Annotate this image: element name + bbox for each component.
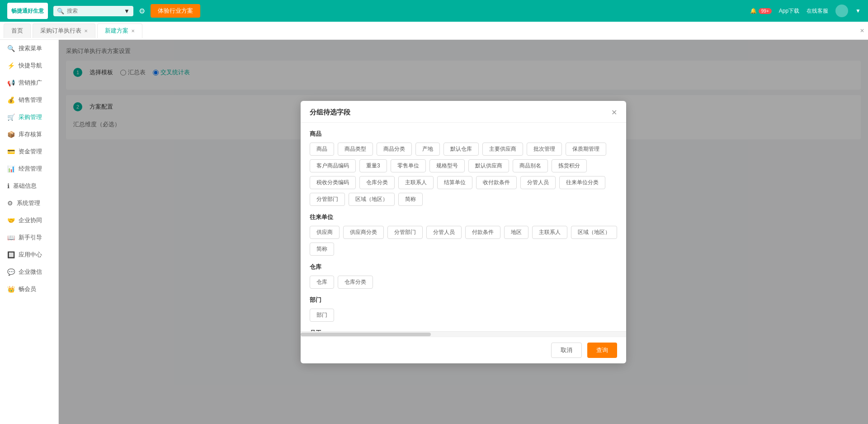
tab-new-plan[interactable]: 新建方案 ✕ (97, 24, 142, 38)
tag-department[interactable]: 部门 (310, 309, 334, 322)
sidebar: 🔍 搜索菜单 ⚡ 快捷导航 📢 营销推广 💰 销售管理 🛒 采购管理 📦 库存核… (0, 40, 59, 424)
purchase-icon: 🛒 (7, 114, 15, 121)
confirm-button[interactable]: 查询 (587, 343, 617, 358)
dropdown-icon[interactable]: ▼ (124, 8, 130, 14)
sidebar-item-marketing[interactable]: 📢 营销推广 (0, 74, 58, 91)
tag-region[interactable]: 区域（地区） (349, 193, 395, 206)
app-download[interactable]: App下载 (779, 7, 799, 15)
modal-close-btn[interactable]: ✕ (611, 108, 617, 117)
tab-new-plan-close[interactable]: ✕ (131, 29, 135, 33)
tag-payment-terms[interactable]: 收付款条件 (476, 176, 517, 189)
tab-purchase[interactable]: 采购订单执行表 ✕ (33, 24, 95, 38)
sidebar-item-sales[interactable]: 💰 销售管理 (0, 91, 58, 109)
finance-icon: 💳 (7, 148, 15, 155)
tag-manage-dept[interactable]: 分管部门 (387, 226, 423, 239)
sidebar-item-label: 采购管理 (19, 113, 42, 121)
user-dropdown[interactable]: ▼ (855, 8, 861, 14)
tag-abbr[interactable]: 简称 (398, 193, 423, 206)
tag-product-alias[interactable]: 商品别名 (513, 159, 548, 172)
tag-default-warehouse[interactable]: 默认仓库 (443, 143, 479, 156)
tag-spec-model[interactable]: 规格型号 (429, 159, 465, 172)
vip-icon: 👑 (7, 286, 15, 293)
tag-default-supplier[interactable]: 默认供应商 (468, 159, 509, 172)
sidebar-item-collab[interactable]: 🤝 企业协同 (0, 212, 58, 229)
sidebar-item-vip[interactable]: 👑 畅会员 (0, 281, 58, 298)
sidebar-item-label: 快捷导航 (19, 62, 42, 70)
tag-main-contact[interactable]: 主联系人 (398, 176, 434, 189)
tabbar: 首页 采购订单执行表 ✕ 新建方案 ✕ ✕ (0, 22, 868, 40)
tag-product-category[interactable]: 商品分类 (377, 143, 412, 156)
tag-payment-condition[interactable]: 付款条件 (465, 226, 500, 239)
tag-area[interactable]: 地区 (504, 226, 528, 239)
sidebar-item-guide[interactable]: 📖 新手引导 (0, 229, 58, 246)
tab-close-all[interactable]: ✕ (860, 28, 864, 34)
apps-icon: 🔲 (7, 251, 15, 258)
tag-warehouse[interactable]: 仓库 (310, 276, 334, 289)
online-service[interactable]: 在线客服 (807, 7, 828, 15)
section-warehouse: 仓库 仓库 仓库分类 (310, 263, 617, 289)
system-icon: ⚙ (7, 200, 13, 207)
notification-bell[interactable]: 🔔 99+ (750, 8, 771, 14)
experience-btn[interactable]: 体验行业方案 (151, 4, 200, 18)
logo-text: 畅捷通好生意 (11, 7, 44, 15)
section-partner: 往来单位 供应商 供应商分类 分管部门 分管人员 付款条件 地区 主联系人 区域… (310, 213, 617, 256)
sidebar-item-label: 基础信息 (13, 182, 37, 190)
tag-pick-points[interactable]: 拣货积分 (552, 159, 587, 172)
tag-quality-mgmt[interactable]: 保质期管理 (566, 143, 606, 156)
tag-supplier[interactable]: 供应商 (310, 226, 340, 239)
tag-manage-person[interactable]: 分管人员 (426, 226, 462, 239)
sidebar-item-basic[interactable]: ℹ 基础信息 (0, 177, 58, 195)
tag-batch-mgmt[interactable]: 批次管理 (527, 143, 562, 156)
hscroll-thumb (301, 333, 431, 336)
tag-tax-code[interactable]: 税收分类编码 (310, 176, 356, 189)
tag-partner-category[interactable]: 往来单位分类 (559, 176, 605, 189)
tab-purchase-close[interactable]: ✕ (84, 29, 88, 33)
tag-main-contact2[interactable]: 主联系人 (532, 226, 567, 239)
tag-abbr2[interactable]: 简称 (310, 243, 334, 256)
avatar[interactable] (835, 5, 848, 17)
tag-warehouse-category[interactable]: 仓库分类 (359, 176, 395, 189)
section-product-title: 商品 (310, 130, 617, 138)
quicknav-icon: ⚡ (7, 62, 15, 69)
modal-overlay: 分组待选字段 ✕ 商品 商品 商品类型 商品分类 产地 默认仓库 主要供应商 批… (59, 40, 868, 424)
tag-main-supplier[interactable]: 主要供应商 (482, 143, 523, 156)
tag-product[interactable]: 商品 (310, 143, 334, 156)
sidebar-item-label: 系统管理 (17, 199, 40, 207)
modal-hscroll[interactable] (301, 331, 626, 337)
modal-title: 分组待选字段 (310, 108, 350, 117)
sidebar-item-system[interactable]: ⚙ 系统管理 (0, 195, 58, 212)
tag-customer-code[interactable]: 客户商品编码 (310, 159, 356, 172)
sidebar-item-wechat[interactable]: 💬 企业微信 (0, 263, 58, 281)
tag-supplier-category[interactable]: 供应商分类 (343, 226, 384, 239)
tag-settlement-unit[interactable]: 结算单位 (437, 176, 472, 189)
sidebar-item-finance[interactable]: 💳 资金管理 (0, 143, 58, 160)
tag-dept[interactable]: 分管部门 (310, 193, 345, 206)
collab-icon: 🤝 (7, 217, 15, 224)
section-product: 商品 商品 商品类型 商品分类 产地 默认仓库 主要供应商 批次管理 保质期管理… (310, 130, 617, 206)
sidebar-item-quicknav[interactable]: ⚡ 快捷导航 (0, 57, 58, 74)
tag-origin[interactable]: 产地 (415, 143, 440, 156)
search-input[interactable] (67, 8, 121, 14)
tag-region2[interactable]: 区域（地区） (571, 226, 617, 239)
sidebar-item-search[interactable]: 🔍 搜索菜单 (0, 40, 58, 57)
sidebar-item-label: 销售管理 (19, 96, 42, 104)
tag-weight[interactable]: 重量3 (359, 159, 387, 172)
section-warehouse-tags: 仓库 仓库分类 (310, 276, 617, 289)
tag-product-type[interactable]: 商品类型 (338, 143, 373, 156)
sidebar-item-purchase[interactable]: 🛒 采购管理 (0, 109, 58, 126)
marketing-icon: 📢 (7, 79, 15, 86)
search-bar[interactable]: 🔍 ▼ (53, 6, 133, 16)
sidebar-item-inventory[interactable]: 📦 库存核算 (0, 126, 58, 143)
sidebar-item-apps[interactable]: 🔲 应用中心 (0, 246, 58, 263)
tag-retail-unit[interactable]: 零售单位 (391, 159, 426, 172)
modal-body: 商品 商品 商品类型 商品分类 产地 默认仓库 主要供应商 批次管理 保质期管理… (301, 123, 626, 331)
tab-home-label: 首页 (11, 27, 23, 35)
cancel-button[interactable]: 取消 (551, 343, 582, 358)
sidebar-item-operations[interactable]: 📊 经营管理 (0, 160, 58, 177)
tag-supervisor[interactable]: 分管人员 (520, 176, 556, 189)
settings-icon[interactable]: ⚙ (139, 7, 145, 15)
tab-home[interactable]: 首页 (4, 24, 31, 38)
sidebar-item-label: 资金管理 (19, 148, 42, 156)
field-select-modal: 分组待选字段 ✕ 商品 商品 商品类型 商品分类 产地 默认仓库 主要供应商 批… (301, 101, 626, 363)
tag-warehouse-cat[interactable]: 仓库分类 (338, 276, 373, 289)
